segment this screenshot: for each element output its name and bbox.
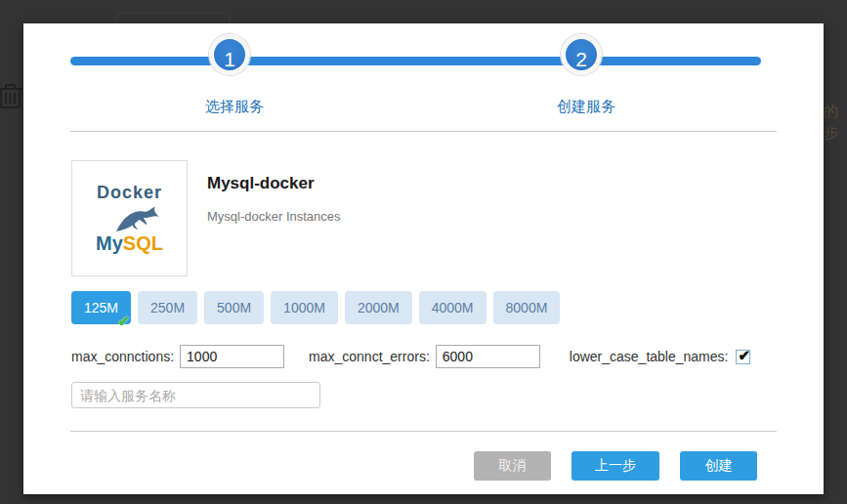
docker-logo-text: Docker [97, 183, 162, 203]
footer-divider [70, 431, 777, 432]
service-info: Docker MySQL Mysql-docker Mysql-docker I… [71, 160, 824, 276]
mysql-logo-text: MySQL [96, 232, 163, 255]
step-1-circle: 1 [209, 34, 250, 75]
service-subtitle: Mysql-docker Instances [207, 209, 341, 224]
create-button[interactable]: 创建 [680, 451, 757, 481]
selected-check-icon: ✔ [117, 313, 130, 330]
step-2-circle: 2 [561, 34, 602, 75]
footer-buttons: 取消 上一步 创建 [23, 451, 824, 481]
max-connect-errors-input[interactable] [436, 345, 540, 368]
service-title: Mysql-docker [207, 174, 341, 193]
step-1-label: 选择服务 [156, 98, 313, 116]
max-connections-label: max_connctions: [71, 349, 174, 364]
max-connect-errors-label: max_connct_errors: [309, 349, 430, 364]
trash-icon [0, 81, 23, 114]
memory-option-4000m[interactable]: 4000M [419, 291, 487, 324]
cancel-button[interactable]: 取消 [474, 451, 551, 481]
memory-option-500m[interactable]: 500M [204, 291, 264, 324]
wizard-stepper: 1 2 选择服务 创建服务 [23, 23, 824, 131]
memory-option-2000m[interactable]: 2000M [345, 291, 412, 324]
memory-options: 125M ✔ 250M 500M 1000M 2000M 4000M 8000M [71, 291, 824, 324]
lower-case-table-names-checkbox[interactable]: ✔ [736, 350, 750, 364]
step-2-label: 创建服务 [508, 98, 664, 116]
lower-case-table-names-label: lower_case_table_names: [570, 349, 729, 364]
mysql-docker-logo: Docker MySQL [71, 160, 188, 276]
create-service-modal: 1 2 选择服务 创建服务 Docker MySQL Mysql-docker … [23, 23, 824, 494]
stepper-progress-bar [70, 57, 761, 65]
memory-option-250m[interactable]: 250M [138, 291, 197, 324]
memory-option-125m[interactable]: 125M ✔ [71, 291, 131, 324]
stepper-divider [70, 131, 777, 132]
parameters-row: max_connctions: max_connct_errors: lower… [71, 345, 824, 368]
service-name-input[interactable] [71, 382, 320, 408]
service-text: Mysql-docker Mysql-docker Instances [207, 174, 341, 276]
previous-step-button[interactable]: 上一步 [572, 451, 659, 481]
memory-option-1000m[interactable]: 1000M [271, 291, 338, 324]
background-page-text: 的 步 [824, 101, 847, 144]
checkbox-check-icon: ✔ [738, 347, 750, 364]
max-connections-input[interactable] [180, 345, 284, 368]
memory-option-8000m[interactable]: 8000M [493, 291, 561, 324]
